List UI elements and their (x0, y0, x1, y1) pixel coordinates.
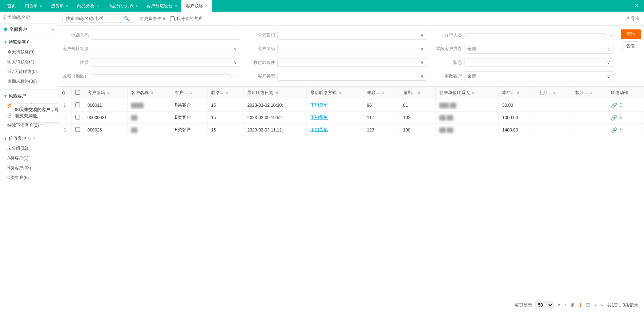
action-menu-icon[interactable]: ⠿ (619, 115, 623, 121)
col-this-month[interactable]: 本月... ⇅ (571, 87, 607, 99)
cell-this-month (571, 112, 607, 124)
all-customers-header[interactable]: ⊞ 全部客户 « (0, 24, 58, 36)
zero-attr-select[interactable]: 全部 ∨ (464, 44, 613, 54)
sidebar-item-overdue[interactable]: 逾期未联络(30) (0, 77, 58, 86)
payment-select[interactable]: ∨ (277, 58, 427, 67)
sidebar-item-churn-warning[interactable]: 流失预警客户(3) ⚠ 90天未交易的客户，可能有流失风险。 (0, 101, 58, 111)
col-code[interactable]: 客户编码 ⇅ (84, 87, 127, 99)
nav-customer-tier[interactable]: 客户分层经营 × (142, 0, 181, 12)
close-customer-tier-tab[interactable]: × (175, 4, 177, 8)
nav-product-list[interactable]: 商品分析列表 × (103, 0, 142, 12)
action-link-icon[interactable]: 🔗 (611, 127, 617, 133)
close-customer-contact-tab[interactable]: × (205, 4, 208, 8)
cell-not-contacted: 123 (363, 124, 399, 136)
search-input[interactable] (66, 16, 124, 21)
region-dots[interactable]: ··· (234, 74, 240, 79)
status-select[interactable]: ∨ (464, 58, 613, 67)
cell-last-way[interactable]: 下销货单 (307, 124, 363, 136)
action-link-icon[interactable]: 🔗 (611, 115, 617, 121)
person-dots[interactable]: ··· (607, 33, 613, 38)
row-checkbox-cell[interactable] (71, 99, 84, 112)
sidebar-item-7days[interactable]: 近7天待联络(0) (0, 67, 58, 77)
col-not-contacted[interactable]: 未联... ⇅ (363, 87, 399, 99)
search-icon-orange[interactable]: 🔍 (124, 16, 129, 21)
prev-page-btn[interactable]: ‹ (563, 302, 567, 308)
phone-input[interactable] (91, 31, 240, 40)
action-menu-icon[interactable]: ⠿ (619, 102, 623, 108)
sidebar-item-class-a[interactable]: A类客户(1) (0, 153, 58, 163)
close-analysis-tab[interactable]: × (97, 4, 99, 8)
sidebar-item-today[interactable]: 今天待联络(0) (0, 47, 58, 57)
customer-type-arrow: ∨ (420, 74, 424, 79)
cell-last-way[interactable]: 下销货单 (307, 99, 363, 112)
col-select-all[interactable] (71, 87, 84, 99)
zero-customer-select[interactable]: 全部 ∨ (464, 71, 613, 81)
col-this-year[interactable]: 本年... ⇅ (498, 87, 535, 99)
collapse-sidebar-icon[interactable]: « (52, 28, 54, 32)
first-page-btn[interactable]: « (556, 302, 562, 308)
row-checkbox-cell[interactable] (71, 124, 84, 136)
col-last-month[interactable]: 上月... ⇅ (535, 87, 571, 99)
sort-not-contacted-icon: ⇅ (381, 91, 384, 95)
customer-grade-select[interactable]: ∨ (277, 45, 427, 53)
row-num: 2 (58, 112, 71, 124)
sidebar-group-pending-title[interactable]: ▼ 待联络客户 (0, 37, 58, 47)
close-product-list-tab[interactable]: × (136, 4, 138, 8)
refresh-icon[interactable]: ↻ (28, 136, 31, 141)
nav-sales[interactable]: 销货单 × (20, 0, 47, 12)
my-customers-checkbox[interactable] (170, 16, 175, 21)
price-grade-select[interactable]: ∨ (91, 45, 240, 53)
sidebar-item-class-c[interactable]: C类客户(6) (0, 173, 58, 183)
edit-icon[interactable]: ✎ (32, 136, 36, 141)
sidebar-item-class-b[interactable]: B类客户(33) (0, 163, 58, 173)
row-checkbox[interactable] (75, 127, 80, 132)
close-purchase-tab[interactable]: × (66, 4, 68, 8)
cell-last-way[interactable]: 下销货单 (307, 112, 363, 124)
action-menu-icon[interactable]: ⠿ (619, 127, 623, 133)
nature-select[interactable]: ∨ (91, 58, 240, 67)
sidebar-group-risk-title[interactable]: ▼ 风险客户 (0, 91, 58, 101)
col-last-date[interactable]: 最后联络日期 ⇅ (243, 87, 307, 99)
dept-select[interactable]: ∨ (277, 31, 427, 40)
nav-purchase[interactable]: 进货单 × (47, 0, 73, 12)
sidebar-section-value: ▼ 价值客户 ↻ ✎ 未分组(32) A类客户(1) B类客户(33) C类客户… (0, 132, 58, 183)
col-overdue[interactable]: 逾期... ⇅ (399, 87, 436, 99)
last-page-btn[interactable]: » (599, 302, 604, 308)
nav-home[interactable]: 首页 (3, 0, 20, 12)
per-page-select[interactable]: 50 100 200 (535, 301, 554, 309)
row-checkbox-cell[interactable] (71, 112, 84, 124)
query-button[interactable]: 查询 (621, 29, 641, 39)
customer-type-select[interactable]: ∨ (277, 72, 427, 81)
settings-button[interactable]: 设置 (623, 41, 639, 51)
region-input[interactable] (91, 74, 232, 78)
row-checkbox[interactable] (75, 115, 80, 119)
row-checkbox[interactable] (75, 102, 80, 107)
cell-name: ██ (127, 124, 171, 136)
nav-product-analysis[interactable]: 商品分析 × (73, 0, 103, 12)
sidebar-search-input[interactable] (3, 15, 57, 20)
cell-not-contacted: 96 (363, 99, 399, 112)
sidebar-group-value-title[interactable]: ▼ 价值客户 ↻ ✎ (0, 134, 58, 143)
table-header-row: ⚙ 客户编码 ⇅ 客户名称 ⇅ (58, 87, 644, 99)
col-type[interactable]: 客户... ⇅ (171, 87, 207, 99)
status-arrow: ∨ (607, 60, 610, 65)
nav-customer-contact[interactable]: 客户联络 × (181, 0, 212, 12)
sidebar-item-ungroup[interactable]: 未分组(32) (0, 143, 58, 153)
person-select[interactable] (464, 33, 605, 37)
advanced-filter-panel: 电话号码 分管部门 ∨ 分管人员 (58, 26, 644, 87)
col-last-way[interactable]: 最后联络方式 ⇅ (307, 87, 363, 99)
more-conditions-btn[interactable]: ▽ 更多条件 ∨ (140, 16, 166, 22)
export-btn[interactable]: ↗ 导出 (626, 16, 640, 22)
col-contacts[interactable]: 联络... ⇅ (207, 87, 243, 99)
next-page-btn[interactable]: › (593, 302, 597, 308)
col-gear[interactable]: ⚙ (58, 87, 71, 99)
select-all-checkbox[interactable] (75, 90, 80, 95)
action-link-icon[interactable]: 🔗 (611, 102, 617, 108)
close-sales-tab[interactable]: × (40, 4, 42, 8)
question-icon-2: ? (40, 123, 43, 128)
cell-contacts: 15 (207, 124, 243, 136)
col-name[interactable]: 客户名称 ⇅ (127, 87, 171, 99)
sidebar-item-tomorrow[interactable]: 明天待联络(1) (0, 57, 58, 67)
col-contact-person[interactable]: 往来单位联系人 ⇅ (436, 87, 499, 99)
window-close[interactable]: × (632, 3, 641, 9)
